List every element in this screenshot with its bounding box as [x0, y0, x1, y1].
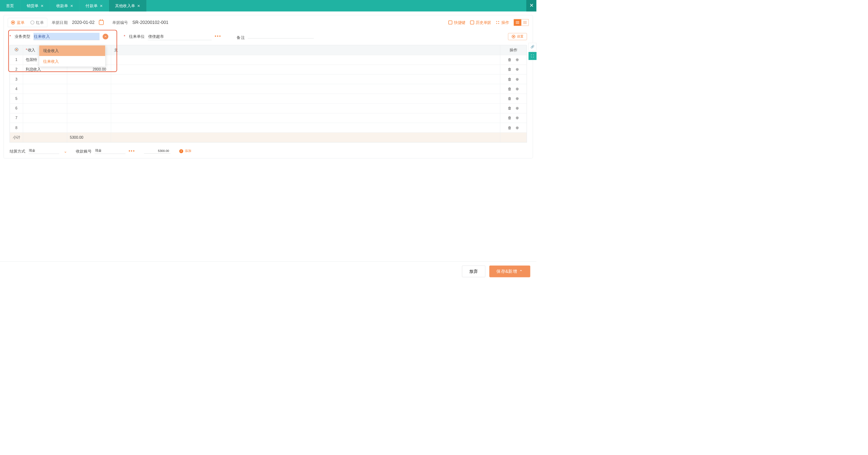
add-row-icon[interactable]: ⊕: [515, 77, 519, 81]
party-field: * 往来单位 佳佳超市 •••: [124, 33, 221, 40]
amount-field: 5300.00: [144, 149, 170, 154]
view-toggle: [514, 19, 529, 26]
dropdown-option-ar[interactable]: 往来收入: [39, 56, 105, 67]
table-row[interactable]: 8 🗑⊕: [10, 123, 527, 133]
amount-value[interactable]: 5300.00: [144, 149, 170, 154]
link-icon[interactable]: 🔗: [528, 43, 536, 51]
delete-icon[interactable]: 🗑: [507, 67, 512, 72]
shortcut-button[interactable]: 快捷键: [448, 20, 465, 25]
gear-icon: [15, 48, 18, 51]
remark-label: 备注: [237, 35, 244, 40]
table-row[interactable]: 3 🗑⊕: [10, 75, 527, 84]
method-label: 结算方式: [10, 148, 25, 154]
close-icon[interactable]: ✕: [70, 4, 73, 8]
more-icon[interactable]: •••: [215, 34, 222, 39]
date-value[interactable]: 2020-01-02: [72, 20, 94, 25]
account-label: 收款账号: [76, 148, 92, 154]
cell-remark[interactable]: [111, 65, 500, 74]
tab-other-income[interactable]: 其他收入单 ✕: [109, 0, 146, 11]
table-row[interactable]: 4 🗑⊕: [10, 84, 527, 94]
party-label: 往来单位: [129, 34, 145, 39]
table-row[interactable]: 6 🗑⊕: [10, 103, 527, 113]
history-icon: [470, 20, 474, 24]
tab-label: 收款单: [56, 3, 68, 9]
subtotal-amount: 5300.00: [67, 133, 111, 142]
grid-icon: [496, 20, 500, 24]
delete-icon[interactable]: 🗑: [507, 58, 512, 62]
chevron-down-icon[interactable]: ⌄: [64, 149, 67, 154]
footer-bar: 放弃 保存&新增 ⌃: [0, 261, 536, 281]
biz-type-label: 业务类型: [15, 34, 30, 39]
tab-payment[interactable]: 付款单 ✕: [79, 0, 109, 11]
method-value[interactable]: 现金: [29, 148, 60, 154]
date-label: 单据日期: [52, 20, 67, 25]
tab-label: 销货单: [27, 3, 38, 9]
history-label: 历史单据: [476, 20, 491, 25]
docno-value: SR-20200102-001: [133, 20, 169, 25]
cell-remark[interactable]: [111, 55, 500, 65]
save-label: 保存&新增: [496, 269, 517, 275]
table-row[interactable]: 5 🗑⊕: [10, 94, 527, 103]
col-config[interactable]: [10, 45, 23, 55]
delete-icon[interactable]: 🗑: [507, 77, 512, 81]
operations-button[interactable]: 操作: [496, 20, 509, 25]
close-icon[interactable]: ✕: [137, 4, 140, 8]
settle-method-field: 结算方式 现金 ⌄: [10, 148, 67, 154]
party-input[interactable]: 佳佳超市: [148, 33, 212, 40]
remark-input[interactable]: [248, 36, 314, 39]
add-row-icon[interactable]: ⊕: [515, 67, 519, 72]
expand-icon[interactable]: ⛶: [528, 52, 536, 60]
add-payment-button[interactable]: + 添加: [179, 149, 191, 153]
required-star: *: [124, 34, 125, 39]
calendar-icon[interactable]: [99, 20, 104, 25]
keyboard-icon: [448, 20, 452, 24]
table-row[interactable]: 7 🗑⊕: [10, 113, 527, 123]
radio-icon: [11, 20, 15, 24]
chevron-up-icon: ⌃: [519, 269, 523, 274]
save-and-add-button[interactable]: 保存&新增 ⌃: [489, 266, 530, 277]
panel-close-button[interactable]: ✕: [526, 0, 536, 11]
tab-label: 付款单: [86, 3, 97, 9]
delete-icon[interactable]: 🗑: [507, 106, 512, 111]
add-row-icon[interactable]: ⊕: [515, 106, 519, 111]
view-list-button[interactable]: [514, 19, 521, 26]
side-rail: 🔗 ⛶: [528, 43, 536, 60]
account-value[interactable]: 现金: [95, 148, 126, 154]
close-icon[interactable]: ✕: [41, 4, 43, 8]
add-row-icon[interactable]: ⊕: [515, 96, 519, 101]
radio-label: 蓝单: [17, 20, 25, 25]
chevron-up-icon[interactable]: [103, 34, 108, 39]
add-row-icon[interactable]: ⊕: [515, 126, 519, 130]
ops-label: 操作: [501, 20, 509, 25]
more-icon[interactable]: •••: [129, 149, 135, 154]
discard-button[interactable]: 放弃: [462, 266, 485, 277]
tab-receipt[interactable]: 收款单 ✕: [50, 0, 79, 11]
view-grid-button[interactable]: [521, 19, 529, 26]
history-button[interactable]: 历史单据: [470, 20, 491, 25]
delete-icon[interactable]: 🗑: [507, 116, 512, 120]
delete-icon[interactable]: 🗑: [507, 87, 512, 91]
radio-red[interactable]: 红单: [30, 20, 44, 25]
close-icon[interactable]: ✕: [100, 4, 103, 8]
subtotal-row: 小计 5300.00: [10, 133, 527, 142]
delete-icon[interactable]: 🗑: [507, 96, 512, 101]
form-row: * 业务类型 往来收入 现金收入 往来收入 * 往来单位 佳佳超市 ••• 备注…: [4, 29, 533, 45]
subtotal-label: 小计: [10, 133, 23, 142]
row-index: 1: [10, 55, 23, 65]
col-ops: 操作: [500, 45, 527, 55]
biz-type-field: * 业务类型 往来收入 现金收入 往来收入: [10, 33, 108, 40]
radio-blue[interactable]: 蓝单: [11, 20, 25, 25]
biz-type-input[interactable]: 往来收入: [33, 33, 99, 40]
card-header: 蓝单 红单 单据日期 2020-01-02 单据编号 SR-20200102-0…: [4, 15, 533, 29]
settings-button[interactable]: 设置: [508, 33, 527, 40]
remark-field: 备注: [237, 35, 314, 40]
add-row-icon[interactable]: ⊕: [515, 116, 519, 120]
add-row-icon[interactable]: ⊕: [515, 58, 519, 62]
add-row-icon[interactable]: ⊕: [515, 87, 519, 91]
dropdown-option-cash[interactable]: 现金收入: [39, 45, 105, 56]
delete-icon[interactable]: 🗑: [507, 126, 512, 130]
add-label: 添加: [185, 149, 191, 153]
tab-sales[interactable]: 销货单 ✕: [20, 0, 50, 11]
tab-home[interactable]: 首页: [0, 0, 20, 11]
biz-type-dropdown: 现金收入 往来收入: [39, 45, 105, 67]
